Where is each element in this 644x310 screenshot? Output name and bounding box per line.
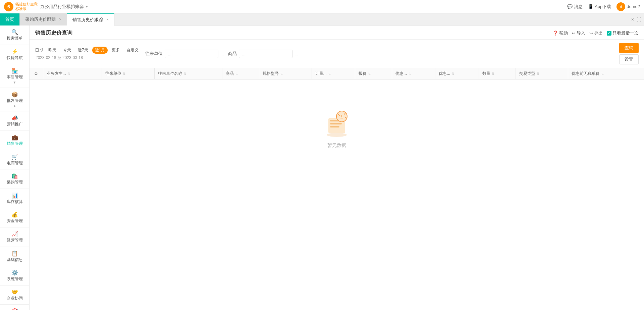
retail-expand-icon: ▼ (13, 81, 16, 84)
tab-sales-close[interactable]: × (106, 17, 109, 22)
sidebar-item-marketing[interactable]: 📣 营销推广 (0, 111, 29, 131)
filter-bar: 日期 昨天 今天 近7天 近1月 更多 自定义 2023-02-18 至 202… (30, 40, 644, 68)
sidebar-item-inventory[interactable]: 📊 库存核算 (0, 189, 29, 208)
sort-icon-discount2: ⇅ (451, 72, 454, 75)
top-bar-left: 6 畅捷信好生意 标准版 办公用品行业模拟账套 ▼ (4, 2, 89, 11)
content-area: 销售历史价查询 ❓ 帮助 ↩ 导入 ↪ 导出 ✓ 只看最后一次 (30, 25, 644, 310)
sidebar-item-new-guide[interactable]: 🎯 新手引导 (0, 305, 29, 310)
import-btn[interactable]: ↩ 导入 (572, 30, 585, 36)
sidebar-item-search-menu[interactable]: 🔍 搜索菜单 (0, 25, 29, 45)
product-filter-label: 商品 (228, 51, 237, 57)
tab-home[interactable]: 首页 (0, 13, 20, 25)
sidebar: 🔍 搜索菜单 ⚡ 快捷导航 🏪 零售管理 ▼ 📦 批发管理 ▲ 📣 营销推广 💼… (0, 25, 30, 310)
sales-mgmt-icon: 💼 (11, 134, 18, 141)
logo-area: 6 畅捷信好生意 标准版 (4, 2, 38, 11)
finance-mgmt-icon: 💰 (11, 211, 18, 218)
th-quote[interactable]: 报价 ⇅ (355, 68, 392, 80)
only-last-label[interactable]: ✓ 只看最后一次 (607, 30, 639, 36)
sidebar-item-sales-mgmt[interactable]: 💼 销售管理 (0, 131, 29, 150)
app-download-btn[interactable]: 📱 App下载 (588, 4, 611, 10)
tab-purchase-history[interactable]: 采购历史价跟踪 × (20, 13, 67, 25)
th-discount1[interactable]: 优惠... ⇅ (392, 68, 435, 80)
sidebar-item-operation-mgmt[interactable]: 📈 经营管理 (0, 227, 29, 247)
search-menu-icon: 🔍 (11, 29, 18, 35)
sidebar-item-finance-mgmt[interactable]: 💰 资金管理 (0, 208, 29, 227)
export-icon: ↪ (589, 31, 593, 36)
th-trade-type[interactable]: 交易类型 ⇅ (516, 68, 568, 80)
sort-icon-unit: ⇅ (328, 72, 331, 75)
tab-home-label: 首页 (5, 16, 14, 22)
th-biz-date[interactable]: 业务发生... ⇅ (43, 68, 102, 80)
sidebar-item-enterprise-coop[interactable]: 🤝 企业协同 (0, 286, 29, 305)
inventory-icon: 📊 (11, 192, 18, 199)
app-name-area[interactable]: 办公用品行业模拟账套 ▼ (40, 4, 89, 10)
tab-sales-history[interactable]: 销售历史价跟踪 × (67, 13, 114, 25)
sidebar-item-ecommerce-mgmt[interactable]: 🛒 电商管理 (0, 150, 29, 170)
export-btn[interactable]: ↪ 导出 (589, 30, 603, 36)
sort-icon-quote: ⇅ (368, 72, 371, 75)
date-btn-last1month[interactable]: 近1月 (92, 47, 108, 54)
settings-button[interactable]: 设置 (619, 54, 639, 64)
sidebar-item-purchase-mgmt[interactable]: 🛍️ 采购管理 (0, 169, 29, 189)
date-btn-custom[interactable]: 自定义 (124, 47, 141, 54)
column-settings-icon[interactable]: ⚙ (34, 71, 38, 76)
th-partner-code[interactable]: 往来单位 ⇅ (102, 68, 154, 80)
date-btn-more[interactable]: 更多 (109, 47, 122, 54)
th-pre-tax-price[interactable]: 优惠前无税单价 ⇅ (568, 68, 644, 80)
table-head: ⚙ 业务发生... ⇅ 往来单位 ⇅ (30, 68, 644, 80)
partner-dots: ... (220, 51, 224, 56)
product-filter-input[interactable] (239, 50, 292, 58)
th-settings[interactable]: ⚙ (30, 68, 43, 80)
product-dots: ... (294, 51, 298, 56)
base-info-icon: 📋 (11, 250, 18, 257)
th-unit[interactable]: 计量... ⇅ (312, 68, 355, 80)
tab-sales-label: 销售历史价跟踪 (72, 17, 103, 23)
sort-icon-pre-tax-price: ⇅ (601, 72, 604, 75)
tab-fullscreen-icon[interactable]: ⛶ (637, 17, 641, 22)
top-bar: 6 畅捷信好生意 标准版 办公用品行业模拟账套 ▼ 💬 消息 📱 App下载 d… (0, 0, 644, 13)
svg-rect-3 (330, 123, 342, 124)
date-btn-today[interactable]: 今天 (60, 47, 74, 54)
new-guide-icon: 🎯 (11, 308, 18, 310)
only-last-checkbox[interactable]: ✓ (607, 31, 611, 36)
th-product[interactable]: 商品 ⇅ (222, 68, 259, 80)
sidebar-item-quick-nav[interactable]: ⚡ 快捷导航 (0, 45, 29, 64)
date-range-display: 2023-02-18 至 2023-03-18 (36, 55, 141, 61)
sidebar-item-system-mgmt[interactable]: ⚙️ 系统管理 (0, 266, 29, 286)
sidebar-item-wholesale-mgmt[interactable]: 📦 批发管理 ▲ (0, 88, 29, 112)
logo-text: 畅捷信好生意 标准版 (15, 2, 38, 11)
svg-rect-4 (330, 126, 339, 127)
avatar: d (616, 2, 625, 11)
sidebar-item-retail-mgmt[interactable]: 🏪 零售管理 ▼ (0, 64, 29, 88)
sort-icon-trade-type: ⇅ (537, 72, 539, 75)
download-icon: 📱 (588, 4, 593, 9)
help-btn[interactable]: ❓ 帮助 (553, 30, 568, 36)
sort-icon-quantity: ⇅ (492, 72, 494, 75)
empty-state: 暂无数据 (30, 80, 644, 175)
partner-filter-input[interactable] (165, 50, 218, 58)
tab-close-all-icon[interactable]: × (631, 17, 634, 22)
message-btn[interactable]: 💬 消息 (567, 4, 583, 10)
query-button[interactable]: 查询 (619, 43, 639, 53)
sort-icon-biz-date: ⇅ (67, 72, 70, 75)
app-dropdown-arrow[interactable]: ▼ (85, 5, 89, 8)
tab-purchase-close[interactable]: × (59, 17, 61, 22)
th-quantity[interactable]: 数量 ⇅ (479, 68, 516, 80)
product-filter-group: 商品 ... (228, 50, 298, 58)
ecommerce-mgmt-icon: 🛒 (11, 154, 18, 160)
enterprise-coop-icon: 🤝 (11, 289, 18, 295)
partner-filter-group: 往来单位 ... (145, 50, 224, 58)
user-area[interactable]: d demo2 (616, 2, 640, 11)
table-wrapper: ⚙ 业务发生... ⇅ 往来单位 ⇅ (30, 68, 644, 175)
date-filter-group: 日期 昨天 今天 近7天 近1月 更多 自定义 (35, 47, 141, 54)
top-bar-right: 💬 消息 📱 App下载 d demo2 (567, 2, 640, 11)
sort-icon-partner-code: ⇅ (123, 72, 125, 75)
purchase-mgmt-icon: 🛍️ (11, 173, 18, 179)
th-discount2[interactable]: 优惠... ⇅ (435, 68, 479, 80)
sidebar-item-base-info[interactable]: 📋 基础信息 (0, 247, 29, 266)
date-btn-yesterday[interactable]: 昨天 (46, 47, 59, 54)
empty-illustration (320, 106, 354, 140)
th-spec[interactable]: 规格型号 ⇅ (259, 68, 312, 80)
th-partner-name[interactable]: 往来单位名称 ⇅ (154, 68, 222, 80)
date-btn-last7days[interactable]: 近7天 (75, 47, 91, 54)
